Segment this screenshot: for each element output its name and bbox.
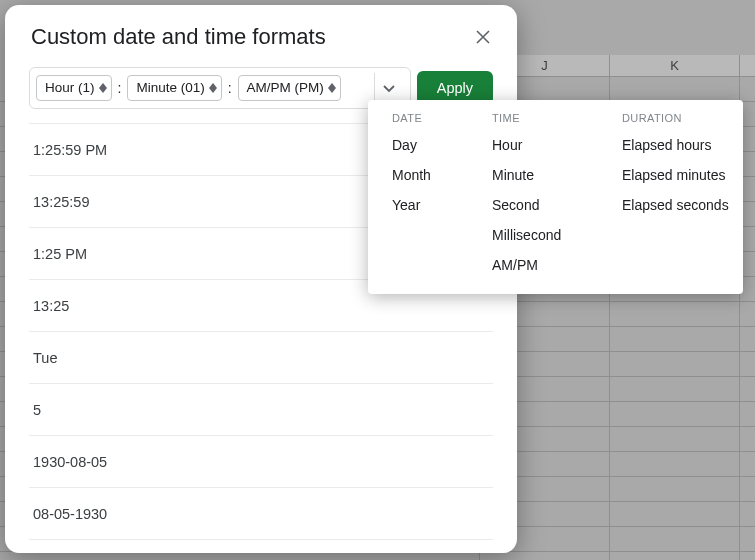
close-button[interactable] — [469, 23, 497, 51]
format-preset-item[interactable]: 08-05-1930 — [29, 488, 493, 540]
add-token-button[interactable] — [374, 73, 404, 103]
dialog-title: Custom date and time formats — [31, 24, 326, 50]
format-preset-item[interactable]: 1930-08-05 — [29, 436, 493, 488]
close-icon — [476, 30, 490, 44]
token-separator: : — [227, 80, 233, 96]
menu-item-date[interactable]: Year — [374, 190, 462, 220]
cell[interactable] — [610, 527, 740, 551]
cell[interactable] — [740, 377, 755, 401]
token-separator: : — [117, 80, 123, 96]
menu-header-time: TIME — [474, 110, 592, 130]
menu-item-time[interactable]: AM/PM — [474, 250, 592, 280]
cell[interactable] — [610, 477, 740, 501]
cell[interactable] — [610, 77, 740, 101]
chevron-down-icon — [382, 81, 396, 95]
cell[interactable] — [610, 327, 740, 351]
cell[interactable] — [610, 302, 740, 326]
cell[interactable] — [740, 77, 755, 101]
cell[interactable] — [610, 552, 740, 560]
cell[interactable] — [610, 427, 740, 451]
menu-item-duration[interactable]: Elapsed minutes — [604, 160, 747, 190]
token-ampm[interactable]: AM/PM (PM) — [238, 75, 341, 101]
menu-item-time[interactable]: Second — [474, 190, 592, 220]
cell[interactable] — [740, 302, 755, 326]
menu-item-date[interactable]: Month — [374, 160, 462, 190]
format-token-editor[interactable]: Hour (1) : Minute (01) : AM/PM (PM) — [29, 67, 411, 109]
menu-item-date[interactable]: Day — [374, 130, 462, 160]
cell[interactable] — [480, 552, 610, 560]
cell[interactable] — [610, 377, 740, 401]
token-minute[interactable]: Minute (01) — [127, 75, 221, 101]
token-minute-label: Minute (01) — [136, 79, 204, 97]
col-header[interactable]: K — [610, 55, 740, 77]
cell[interactable] — [740, 427, 755, 451]
cell[interactable] — [610, 452, 740, 476]
token-hour[interactable]: Hour (1) — [36, 75, 112, 101]
cell[interactable] — [740, 527, 755, 551]
cell[interactable] — [740, 402, 755, 426]
token-stepper-icon — [209, 83, 217, 93]
menu-header-date: DATE — [374, 110, 462, 130]
cell[interactable] — [740, 452, 755, 476]
token-stepper-icon — [328, 83, 336, 93]
cell[interactable] — [740, 552, 755, 560]
token-stepper-icon — [99, 83, 107, 93]
menu-item-time[interactable]: Millisecond — [474, 220, 592, 250]
menu-item-time[interactable]: Hour — [474, 130, 592, 160]
menu-item-time[interactable]: Minute — [474, 160, 592, 190]
cell[interactable] — [740, 327, 755, 351]
menu-item-duration[interactable]: Elapsed seconds — [604, 190, 747, 220]
add-token-menu: DATE DayMonthYear TIME HourMinuteSecondM… — [368, 100, 743, 294]
cell[interactable] — [740, 352, 755, 376]
cell[interactable] — [610, 502, 740, 526]
format-preset-item[interactable]: 5 — [29, 384, 493, 436]
format-preset-item[interactable]: Tue — [29, 332, 493, 384]
token-ampm-label: AM/PM (PM) — [247, 79, 324, 97]
cell[interactable] — [740, 502, 755, 526]
cell[interactable] — [610, 352, 740, 376]
menu-item-duration[interactable]: Elapsed hours — [604, 130, 747, 160]
cell[interactable] — [740, 477, 755, 501]
token-hour-label: Hour (1) — [45, 79, 95, 97]
col-header[interactable]: L — [740, 55, 755, 77]
menu-header-duration: DURATION — [604, 110, 747, 130]
cell[interactable] — [610, 402, 740, 426]
